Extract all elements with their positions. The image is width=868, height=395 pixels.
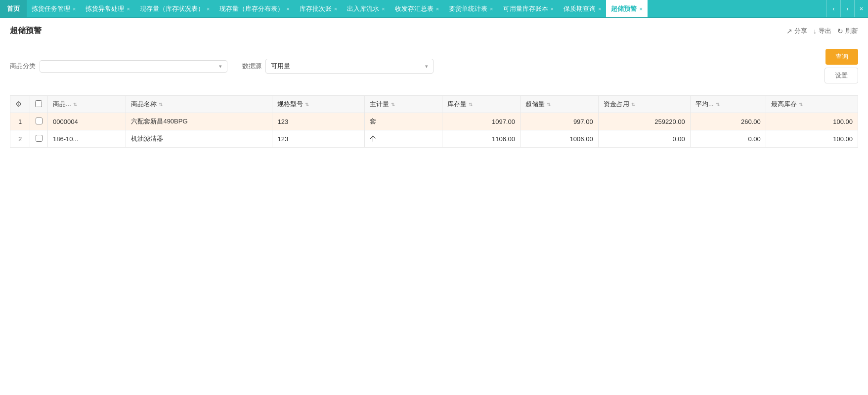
sort-icon: ⇅	[547, 102, 551, 107]
nav-arrows: ‹ › ×	[826, 0, 868, 18]
refresh-button[interactable]: ↻ 刷新	[837, 27, 858, 36]
td-checkbox-0	[30, 113, 48, 130]
table-header-row: ⚙ 商品... ⇅ 商品名称 ⇅	[10, 96, 858, 113]
setting-button[interactable]: 设置	[825, 68, 858, 83]
filter-data-source: 数据源 可用量 ▾	[242, 59, 434, 74]
td-product-name-1: 机油滤清器	[126, 130, 272, 148]
nav-tab-4[interactable]: 库存批次账 ×	[295, 0, 342, 18]
export-icon: ↓	[813, 27, 817, 35]
filter-buttons: 查询 设置	[825, 49, 858, 83]
data-source-value: 可用量	[271, 62, 290, 71]
td-spec-0: 123	[272, 113, 364, 130]
close-icon[interactable]: ×	[551, 6, 554, 12]
page-title: 超储预警	[10, 26, 42, 36]
nav-tab-0[interactable]: 拣货任务管理 ×	[27, 0, 81, 18]
close-icon[interactable]: ×	[207, 6, 210, 12]
row-checkbox-1[interactable]	[36, 135, 43, 142]
data-source-select[interactable]: 可用量 ▾	[265, 59, 434, 74]
sort-icon: ⇅	[391, 102, 395, 107]
header-actions: ↗ 分享 ↓ 导出 ↻ 刷新	[786, 27, 858, 36]
sort-icon: ⇅	[305, 102, 309, 107]
page-header: 超储预警 ↗ 分享 ↓ 导出 ↻ 刷新	[10, 26, 858, 36]
th-product-name[interactable]: 商品名称 ⇅	[126, 96, 272, 113]
sort-icon: ⇅	[73, 102, 77, 107]
gear-icon[interactable]: ⚙	[15, 100, 22, 108]
td-overstock-0: 997.00	[520, 113, 598, 130]
th-overstock[interactable]: 超储量 ⇅	[520, 96, 598, 113]
row-checkbox-0[interactable]	[36, 118, 43, 124]
td-row-num-1: 2	[10, 130, 30, 148]
close-icon[interactable]: ×	[490, 6, 493, 12]
sort-icon: ⇅	[631, 102, 635, 107]
close-icon[interactable]: ×	[127, 6, 130, 12]
td-avg-0: 260.00	[690, 113, 766, 130]
sort-icon: ⇅	[469, 102, 473, 107]
export-button[interactable]: ↓ 导出	[813, 27, 831, 36]
close-icon[interactable]: ×	[436, 6, 439, 12]
nav-tab-5[interactable]: 出入库流水 ×	[342, 0, 390, 18]
query-button[interactable]: 查询	[825, 49, 858, 65]
nav-tab-10[interactable]: 超储预警 ×	[606, 0, 647, 18]
close-icon[interactable]: ×	[73, 6, 76, 12]
nav-tab-7[interactable]: 要货单统计表 ×	[444, 0, 498, 18]
sort-icon: ⇅	[716, 102, 720, 107]
td-stock-0: 1097.00	[442, 113, 521, 130]
share-button[interactable]: ↗ 分享	[786, 27, 807, 36]
td-unit-0: 套	[364, 113, 442, 130]
nav-home[interactable]: 首页	[0, 0, 27, 18]
filter-row: 商品分类 ▾ 数据源 可用量 ▾ 查询 设置	[10, 44, 858, 88]
share-icon: ↗	[786, 27, 792, 35]
page-content: 超储预警 ↗ 分享 ↓ 导出 ↻ 刷新 商品分类 ▾ 数据源	[0, 18, 868, 395]
nav-prev-button[interactable]: ‹	[826, 0, 840, 18]
close-icon[interactable]: ×	[598, 6, 601, 12]
th-spec[interactable]: 规格型号 ⇅	[272, 96, 364, 113]
td-overstock-1: 1006.00	[520, 130, 598, 148]
th-product-code[interactable]: 商品... ⇅	[48, 96, 126, 113]
th-max-stock[interactable]: 最高库存 ⇅	[766, 96, 858, 113]
td-capital-used-1: 0.00	[598, 130, 690, 148]
nav-tab-2[interactable]: 现存量（库存状况表） ×	[135, 0, 215, 18]
close-icon[interactable]: ×	[382, 6, 385, 12]
td-unit-1: 个	[364, 130, 442, 148]
data-table: ⚙ 商品... ⇅ 商品名称 ⇅	[10, 95, 858, 148]
td-capital-used-0: 259220.00	[598, 113, 690, 130]
table-row: 2 186-10... 机油滤清器 123 个 1106.00 1006.00 …	[10, 130, 858, 148]
data-source-label: 数据源	[242, 62, 261, 71]
td-avg-1: 0.00	[690, 130, 766, 148]
th-unit[interactable]: 主计量 ⇅	[364, 96, 442, 113]
sort-icon: ⇅	[159, 102, 163, 107]
th-settings: ⚙	[10, 96, 30, 113]
product-category-label: 商品分类	[10, 62, 36, 71]
td-checkbox-1	[30, 130, 48, 148]
select-all-checkbox[interactable]	[35, 100, 42, 107]
td-product-name-0: 六配套新昌490BPG	[126, 113, 272, 130]
nav-tab-8[interactable]: 可用量库存账本 ×	[498, 0, 559, 18]
nav-tab-3[interactable]: 现存量（库存分布表） ×	[215, 0, 294, 18]
th-avg[interactable]: 平均... ⇅	[690, 96, 766, 113]
td-max-stock-1: 100.00	[766, 130, 858, 148]
td-product-code-0: 0000004	[48, 113, 126, 130]
close-icon[interactable]: ×	[334, 6, 337, 12]
td-row-num-0: 1	[10, 113, 30, 130]
close-icon[interactable]: ×	[639, 6, 642, 12]
nav-tab-1[interactable]: 拣货异常处理 ×	[81, 0, 134, 18]
close-icon[interactable]: ×	[286, 6, 289, 12]
td-product-code-1: 186-10...	[48, 130, 126, 148]
td-spec-1: 123	[272, 130, 364, 148]
sort-icon: ⇅	[799, 102, 803, 107]
th-stock[interactable]: 库存量 ⇅	[442, 96, 521, 113]
chevron-down-icon: ▾	[425, 63, 428, 70]
nav-bar: 首页 拣货任务管理 × 拣货异常处理 × 现存量（库存状况表） × 现存量（库存…	[0, 0, 868, 18]
nav-close-button[interactable]: ×	[854, 0, 868, 18]
nav-tab-9[interactable]: 保质期查询 ×	[559, 0, 606, 18]
th-capital-used[interactable]: 资金占用 ⇅	[598, 96, 690, 113]
product-category-select[interactable]: ▾	[40, 60, 227, 73]
td-stock-1: 1106.00	[442, 130, 521, 148]
th-checkbox	[30, 96, 48, 113]
nav-tab-6[interactable]: 收发存汇总表 ×	[390, 0, 444, 18]
nav-next-button[interactable]: ›	[840, 0, 854, 18]
td-max-stock-0: 100.00	[766, 113, 858, 130]
filter-product-category: 商品分类 ▾	[10, 60, 227, 73]
table-row: 1 0000004 六配套新昌490BPG 123 套 1097.00 997.…	[10, 113, 858, 130]
chevron-down-icon: ▾	[219, 63, 222, 70]
